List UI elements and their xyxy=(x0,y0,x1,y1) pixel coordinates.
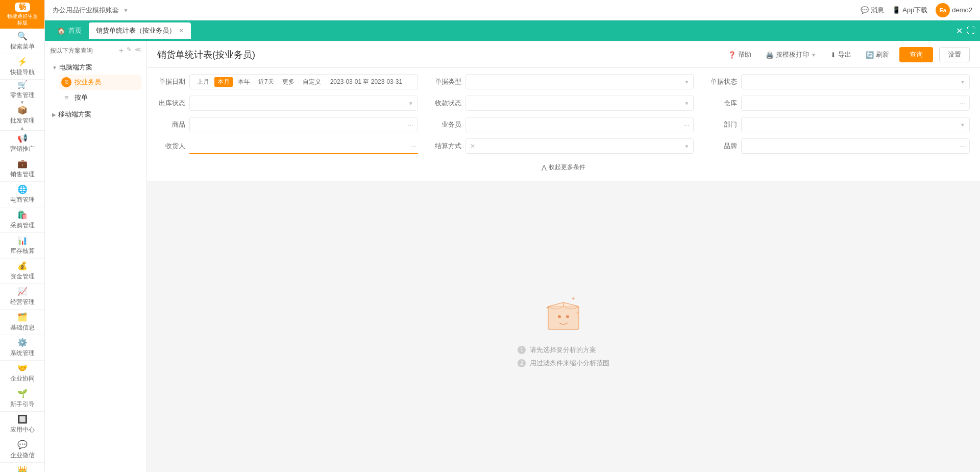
date-tab-7days[interactable]: 近7天 xyxy=(255,77,277,87)
nav-icon: ⚡ xyxy=(17,57,28,66)
date-tab-thisyear[interactable]: 本年 xyxy=(235,77,253,87)
user-action[interactable]: Ea demo2 xyxy=(936,3,972,17)
sidebar-item-retail[interactable]: 🛒 零售管理 ▼ xyxy=(0,80,44,105)
settings-button[interactable]: 设置 xyxy=(939,47,970,62)
filter-item-salesperson: 业务员 ··· xyxy=(433,117,694,132)
department-control[interactable]: ▼ xyxy=(741,117,970,132)
tree-item-order-label: 按单 xyxy=(75,93,88,102)
filter-item-docstatus: 单据状态 ▼ xyxy=(709,74,970,89)
shipstatus-label: 出库状态 xyxy=(157,99,185,108)
tab-maximize-icon[interactable]: ⛶ xyxy=(967,26,975,36)
wholesale-icon: 📦 xyxy=(17,105,28,115)
breadcrumb: 办公用品行业模拟账套 xyxy=(53,6,119,15)
sidebar-item-newbie[interactable]: 🌱 新手引导 xyxy=(0,386,44,412)
search-icon: 🔍 xyxy=(17,31,28,41)
tab-home[interactable]: 🏠 首页 xyxy=(50,22,89,39)
collapse-button[interactable]: ⋀ 收起更多条件 xyxy=(157,160,970,175)
refresh-button[interactable]: 🔄 刷新 xyxy=(862,48,893,61)
filter-area: 单据日期 上月 本月 本年 近7天 更多 自定义 2023-03-01 至 20… xyxy=(147,68,980,181)
export-label: 导出 xyxy=(838,50,851,59)
sidebar-item-label: 企业微信 xyxy=(10,451,35,460)
date-range-picker[interactable]: 上月 本月 本年 近7天 更多 自定义 2023-03-01 至 2023-03… xyxy=(189,74,418,89)
tree-item-salesperson[interactable]: 员 按业务员 xyxy=(59,75,141,90)
filter-row-1: 单据日期 上月 本月 本年 近7天 更多 自定义 2023-03-01 至 20… xyxy=(157,74,970,89)
tab-bar: 🏠 首页 销货单统计表（按业务员） ✕ ✕ ⛶ xyxy=(45,20,980,41)
sidebar-item-corpwechat[interactable]: 💬 企业微信 xyxy=(0,437,44,463)
docstatus-control[interactable]: ▼ xyxy=(741,74,970,89)
product-label: 商品 xyxy=(157,120,185,129)
date-tab-thismonth[interactable]: 本月 xyxy=(214,77,233,87)
settlement-arrow-icon: ▼ xyxy=(684,144,689,149)
message-action[interactable]: 💬 消息 xyxy=(861,6,884,15)
sidebar-item-label: 营销推广 xyxy=(10,145,35,153)
sidebar-item-purchase[interactable]: 🛍️ 采购管理 xyxy=(0,207,44,233)
sidebar-item-finance[interactable]: 💰 资金管理 xyxy=(0,258,44,284)
top-header: 办公用品行业模拟账套 ▼ 💬 消息 📱 App下载 Ea demo2 xyxy=(45,0,980,20)
app-download-action[interactable]: 📱 App下载 xyxy=(892,6,927,15)
date-tabs: 上月 本月 本年 近7天 更多 自定义 xyxy=(194,77,324,87)
settlement-control[interactable]: ✕ ▼ xyxy=(465,138,694,154)
message-icon: 💬 xyxy=(861,6,869,14)
sidebar-item-marketing[interactable]: 📢 营销推广 xyxy=(0,131,44,156)
collapse-panel-icon[interactable]: ≪ xyxy=(135,46,141,55)
tab-close-all-icon[interactable]: ✕ xyxy=(956,26,963,36)
sidebar-item-basic[interactable]: 🗂️ 基础信息 xyxy=(0,310,44,335)
tree-node-desktop[interactable]: ▼ 电脑端方案 xyxy=(50,60,141,75)
sidebar-item-ecom[interactable]: 🌐 电商管理 xyxy=(0,182,44,207)
salesperson-control[interactable]: ··· xyxy=(465,117,694,132)
filter-row-4: 收货人 ··· 结算方式 ✕ ▼ xyxy=(157,138,970,154)
print-button[interactable]: 🖨️ 按模板打印 ▼ xyxy=(762,48,820,61)
product-dots-icon: ··· xyxy=(407,121,413,129)
add-scheme-icon[interactable]: + xyxy=(119,46,124,55)
paymentstatus-control[interactable]: ▼ xyxy=(465,96,694,111)
system-icon: ⚙️ xyxy=(17,338,28,347)
help-button[interactable]: ❓ 帮助 xyxy=(724,48,755,61)
filter-item-settlement: 结算方式 ✕ ▼ xyxy=(433,138,694,154)
shipstatus-control[interactable]: ▼ xyxy=(189,96,418,111)
product-control[interactable]: ··· xyxy=(189,117,418,132)
filter-item-brand: 品牌 ··· xyxy=(709,138,970,154)
retail-icon: 🛒 xyxy=(17,80,28,89)
sidebar-item-enterprise[interactable]: 🤝 企业协同 xyxy=(0,361,44,386)
sidebar-item-label: 批发管理 xyxy=(10,116,35,125)
sidebar-item-search[interactable]: 🔍 搜索菜单 xyxy=(0,29,44,54)
sidebar-item-ops[interactable]: 📈 经营管理 xyxy=(0,284,44,310)
filter-item-paymentstatus: 收款状态 ▼ xyxy=(433,96,694,111)
brand-control[interactable]: ··· xyxy=(741,138,970,154)
settlement-clear-icon[interactable]: ✕ xyxy=(470,143,475,150)
sidebar-item-wholesale[interactable]: 📦 批发管理 ▲ xyxy=(0,105,44,131)
breadcrumb-arrow[interactable]: ▼ xyxy=(123,7,129,13)
sidebar-item-inventory[interactable]: 📊 库存核算 xyxy=(0,233,44,258)
sidebar-item-sales[interactable]: 💼 销售管理 xyxy=(0,156,44,182)
help-label: 帮助 xyxy=(738,50,751,59)
date-tab-more[interactable]: 更多 xyxy=(279,77,298,87)
tab-sales-stats[interactable]: 销货单统计表（按业务员） ✕ xyxy=(89,22,191,39)
tree-item-order[interactable]: ≡ 按单 xyxy=(59,90,141,105)
print-label: 按模板打印 xyxy=(776,50,809,59)
sidebar-item-member[interactable]: 👑 畅会员 xyxy=(0,463,44,472)
ecom-icon: 🌐 xyxy=(17,184,28,194)
date-tab-custom[interactable]: 自定义 xyxy=(300,77,324,87)
print-arrow-icon: ▼ xyxy=(811,52,816,58)
sidebar-item-appcenter[interactable]: 🔲 应用中心 xyxy=(0,412,44,437)
warehouse-control[interactable]: ··· xyxy=(741,96,970,111)
basic-icon: 🗂️ xyxy=(17,312,28,322)
edit-scheme-icon[interactable]: ✎ xyxy=(127,46,132,55)
date-label: 单据日期 xyxy=(157,77,185,86)
sidebar-item-quicknav[interactable]: ⚡ 快捷导航 xyxy=(0,54,44,80)
sidebar-item-system[interactable]: ⚙️ 系统管理 xyxy=(0,335,44,361)
print-icon: 🖨️ xyxy=(766,51,774,59)
tab-close-icon[interactable]: ✕ xyxy=(179,27,184,34)
home-icon: 🏠 xyxy=(57,27,65,35)
doctype-control[interactable]: ▼ xyxy=(465,74,694,89)
department-label: 部门 xyxy=(709,120,737,129)
tab-home-label: 首页 xyxy=(68,26,82,35)
page-actions: ❓ 帮助 🖨️ 按模板打印 ▼ ⬇ 导出 🔄 刷新 xyxy=(724,47,970,62)
query-button[interactable]: 查询 xyxy=(899,47,933,62)
export-button[interactable]: ⬇ 导出 xyxy=(826,48,855,61)
date-tab-lastmonth[interactable]: 上月 xyxy=(194,77,212,87)
salesperson-dots-icon: ··· xyxy=(683,121,690,129)
tree-node-mobile[interactable]: ▶ 移动端方案 xyxy=(50,107,141,122)
tree-node-desktop-label: 电脑端方案 xyxy=(59,63,92,72)
receiver-control[interactable]: ··· xyxy=(189,138,418,154)
